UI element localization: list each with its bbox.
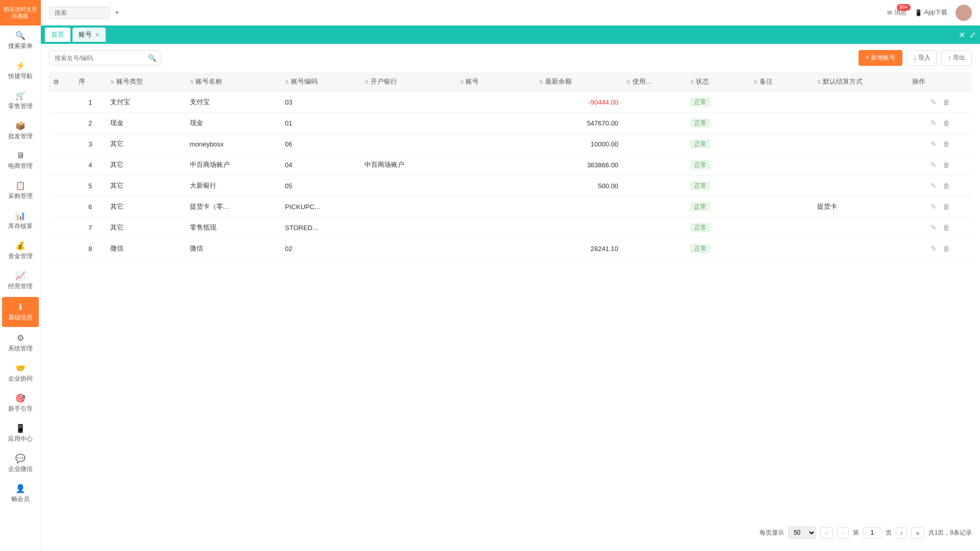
row-action: ✎ 🗑 xyxy=(908,217,972,238)
prev-page-button[interactable]: ‹ xyxy=(837,527,848,539)
sidebar-item-ecommerce-mgmt[interactable]: 🖥 电商管理 xyxy=(0,146,41,176)
inventory-icon: 📊 xyxy=(15,211,26,220)
sidebar-item-purchase-mgmt[interactable]: 📋 采购管理 xyxy=(0,176,41,206)
delete-button[interactable]: 🗑 xyxy=(941,222,952,233)
topbar-dropdown-icon[interactable]: ▾ xyxy=(115,9,119,16)
col-default-settle[interactable]: ⇅ 默认结算方式 xyxy=(813,72,909,92)
row-code: 01 xyxy=(281,113,360,134)
tab-close-btn[interactable]: ✕ xyxy=(959,30,965,40)
sidebar-item-member[interactable]: 👤 畅会员 xyxy=(0,479,41,509)
col-remark[interactable]: ⇅ 备注 xyxy=(749,72,813,92)
edit-button[interactable]: ✎ xyxy=(928,139,939,149)
search-menu-icon: 🔍 xyxy=(15,31,26,40)
page-size-select[interactable]: 50 100 200 xyxy=(788,527,816,539)
col-settings[interactable]: ⚙ xyxy=(49,72,75,92)
sidebar-item-capital-mgmt[interactable]: 💰 资金管理 xyxy=(0,236,41,266)
user-avatar[interactable] xyxy=(955,5,972,21)
row-bank xyxy=(360,238,456,259)
col-code[interactable]: ⇅ 账号编码 xyxy=(281,72,360,92)
edit-button[interactable]: ✎ xyxy=(928,243,939,254)
delete-button[interactable]: 🗑 xyxy=(941,181,952,191)
table-row: 4 其它 中百商场账户 04 中百商场账户 383866.00 正常 ✎ 🗑 xyxy=(49,155,972,176)
row-balance xyxy=(535,217,622,238)
sidebar-item-basic-info[interactable]: ℹ 基础信息 xyxy=(2,297,39,327)
row-type: 现金 xyxy=(106,113,186,134)
edit-button[interactable]: ✎ xyxy=(928,160,939,170)
row-default-settle xyxy=(813,238,909,259)
tab-maximize-btn[interactable]: ⤢ xyxy=(969,30,976,40)
topbar-search-input[interactable] xyxy=(49,7,110,19)
sidebar-item-retail-mgmt[interactable]: 🛒 零售管理 xyxy=(0,86,41,116)
sidebar-item-operations-mgmt[interactable]: 📈 经营管理 xyxy=(0,266,41,296)
sort-icon: ⇅ xyxy=(690,79,694,85)
row-bank xyxy=(360,176,456,196)
delete-button[interactable]: 🗑 xyxy=(941,118,952,128)
row-num: 4 xyxy=(75,155,106,176)
col-name[interactable]: ⇅ 账号名称 xyxy=(186,72,281,92)
col-num: 序 xyxy=(75,72,106,92)
app-download-label: App下载 xyxy=(924,8,947,17)
col-usage[interactable]: ⇅ 使用... xyxy=(622,72,685,92)
last-page-button[interactable]: » xyxy=(911,527,924,539)
app-logo: 稻谷进时生意乐惠版 xyxy=(0,0,41,26)
first-page-button[interactable]: « xyxy=(820,527,833,539)
edit-button[interactable]: ✎ xyxy=(928,202,939,212)
row-name: 大新银行 xyxy=(186,176,281,196)
col-balance[interactable]: ⇅ 最新余额 xyxy=(535,72,622,92)
col-type[interactable]: ⇅ 账号类型 xyxy=(106,72,186,92)
sidebar-item-system-mgmt[interactable]: ⚙ 系统管理 xyxy=(0,328,41,358)
row-account xyxy=(456,176,535,196)
add-account-button[interactable]: + 新增账号 xyxy=(859,50,902,66)
tab-account[interactable]: 账号 ✕ xyxy=(72,28,106,42)
row-account xyxy=(456,92,535,113)
col-bank[interactable]: ⇅ 开户银行 xyxy=(360,72,456,92)
edit-button[interactable]: ✎ xyxy=(928,97,939,107)
sidebar-item-enterprise-wechat[interactable]: 💬 企业微信 xyxy=(0,448,41,479)
col-account[interactable]: ⇅ 账号 xyxy=(456,72,535,92)
sidebar-item-wholesale-mgmt[interactable]: 📦 批发管理 xyxy=(0,116,41,146)
tab-home[interactable]: 首页 xyxy=(45,28,70,42)
topbar: ▾ ✉ 消息 99+ 📱 App下载 xyxy=(41,0,980,26)
row-gear xyxy=(49,113,75,134)
next-page-button[interactable]: › xyxy=(896,527,907,539)
sidebar-item-new-guide[interactable]: 🎯 新手引导 xyxy=(0,388,41,418)
export-button[interactable]: ↑ 导出 xyxy=(941,50,972,66)
row-num: 6 xyxy=(75,196,106,217)
sidebar-item-inventory[interactable]: 📊 库存核算 xyxy=(0,206,41,236)
sidebar-item-app-center[interactable]: 📱 应用中心 xyxy=(0,418,41,448)
topbar-app-btn[interactable]: 📱 App下载 xyxy=(915,8,947,17)
sidebar-item-label: 批发管理 xyxy=(8,132,33,141)
row-account xyxy=(456,134,535,155)
sort-icon: ⇅ xyxy=(460,79,464,85)
row-status: 正常 xyxy=(686,196,749,217)
tabbar: 首页 账号 ✕ ✕ ⤢ xyxy=(41,26,980,44)
row-action: ✎ 🗑 xyxy=(908,134,972,155)
import-button[interactable]: ↓ 导入 xyxy=(906,50,937,66)
sidebar-item-search-menu[interactable]: 🔍 搜索菜单 xyxy=(0,26,41,56)
search-button[interactable]: 🔍 xyxy=(144,51,161,65)
row-num: 1 xyxy=(75,92,106,113)
row-default-settle xyxy=(813,176,909,196)
tab-account-close[interactable]: ✕ xyxy=(95,32,100,38)
delete-button[interactable]: 🗑 xyxy=(941,243,952,254)
delete-button[interactable]: 🗑 xyxy=(941,139,952,149)
sidebar: 稻谷进时生意乐惠版 🔍 搜索菜单 ⚡ 快捷导航 🛒 零售管理 📦 批发管理 🖥 … xyxy=(0,0,41,551)
delete-button[interactable]: 🗑 xyxy=(941,160,952,170)
col-status[interactable]: ⇅ 状态 xyxy=(686,72,749,92)
edit-button[interactable]: ✎ xyxy=(928,222,939,233)
edit-button[interactable]: ✎ xyxy=(928,181,939,191)
topbar-message-btn[interactable]: ✉ 消息 99+ xyxy=(887,8,906,17)
page-number-input[interactable] xyxy=(863,527,881,538)
status-badge: 正常 xyxy=(690,223,710,232)
tab-account-label: 账号 xyxy=(79,30,92,39)
delete-button[interactable]: 🗑 xyxy=(941,202,952,212)
sidebar-item-enterprise-agreement[interactable]: 🤝 企业协同 xyxy=(0,358,41,388)
row-balance: 28241.10 xyxy=(535,238,622,259)
edit-button[interactable]: ✎ xyxy=(928,118,939,128)
search-input[interactable] xyxy=(50,52,144,65)
sidebar-item-quick-nav[interactable]: ⚡ 快捷导航 xyxy=(0,56,41,86)
row-code: 06 xyxy=(281,134,360,155)
delete-button[interactable]: 🗑 xyxy=(941,97,952,107)
row-balance: 500.00 xyxy=(535,176,622,196)
row-usage xyxy=(622,113,685,134)
